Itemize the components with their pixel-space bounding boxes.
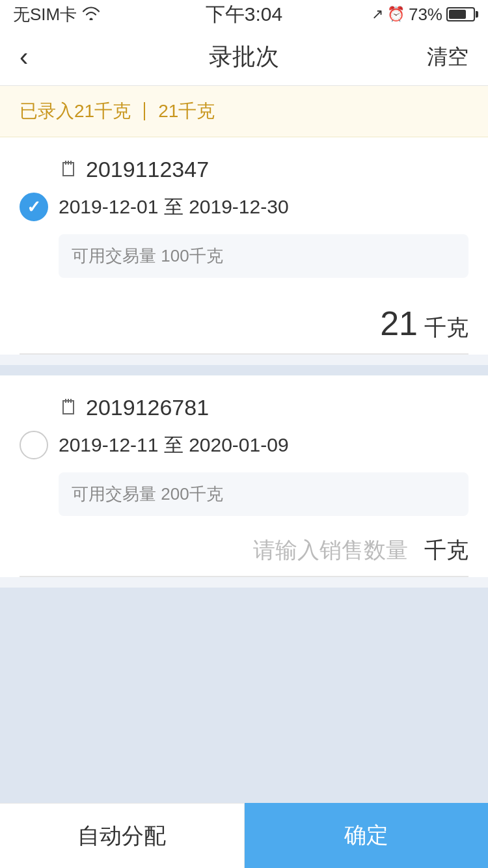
bottom-bar: 自动分配 确定 [0,803,488,868]
recorded-amount: 已录入21千克 [20,99,131,124]
status-bar-right: ↗ ⏰ 73% [372,5,475,25]
quantity-row-1: 21 千克 [0,291,488,343]
batch-id-2: 2019126781 [86,395,209,420]
wifi-icon [82,5,100,25]
batch-date-2: 2019-12-11 至 2020-01-09 [59,432,289,459]
empty-area [0,588,488,835]
batch-card-1: 🗒 2019112347 2019-12-01 至 2019-12-30 可用交… [0,137,488,355]
info-banner: 已录入21千克 21千克 [0,86,488,137]
divider-2 [20,576,468,577]
battery-text: 73% [409,5,442,25]
quantity-input-2[interactable] [20,537,418,563]
batch-doc-icon-2: 🗒 [59,396,79,420]
quantity-value-1: 21 [380,304,418,343]
batch-card-2: 🗒 2019126781 2019-12-11 至 2020-01-09 可用交… [0,375,488,577]
batch-date-row-2[interactable]: 2019-12-11 至 2020-01-09 [20,431,468,459]
batch-date-1: 2019-12-01 至 2019-12-30 [59,194,289,221]
batch-date-row-1[interactable]: 2019-12-01 至 2019-12-30 [20,193,468,221]
batch-available-box-1: 可用交易量 100千克 [59,234,468,278]
section-separator-1 [0,365,488,375]
batch-doc-icon-1: 🗒 [59,157,79,182]
batch-available-box-2: 可用交易量 200千克 [59,472,468,516]
total-amount: 21千克 [158,99,215,124]
clear-button[interactable]: 清空 [427,43,468,72]
signal-text: 无SIM卡 [13,3,77,26]
quantity-unit-label-2: 千克 [424,536,468,565]
page-title: 录批次 [209,41,279,73]
auto-distribute-button[interactable]: 自动分配 [0,803,245,868]
status-bar: 无SIM卡 下午3:04 ↗ ⏰ 73% [0,0,488,29]
divider-1 [20,353,468,355]
banner-divider [144,102,145,120]
nav-bar: ‹ 录批次 清空 [0,29,488,86]
batch-available-2: 可用交易量 200千克 [72,484,223,504]
quantity-unit-1: 千克 [424,313,468,343]
back-button[interactable]: ‹ [20,42,28,72]
battery-icon [446,7,475,21]
batch-id-1: 2019112347 [86,157,209,182]
status-bar-left: 无SIM卡 [13,3,100,26]
confirm-button[interactable]: 确定 [245,803,489,868]
alarm-icon: ⏰ [387,6,405,23]
batch-available-1: 可用交易量 100千克 [72,246,223,265]
radio-button-1[interactable] [20,193,48,221]
quantity-input-row-2[interactable]: 千克 [0,529,488,565]
batch-id-row-1: 🗒 2019112347 [20,157,468,182]
status-bar-time: 下午3:04 [206,1,282,28]
location-icon: ↗ [372,6,383,23]
radio-button-2[interactable] [20,431,48,459]
batch-id-row-2: 🗒 2019126781 [20,395,468,420]
